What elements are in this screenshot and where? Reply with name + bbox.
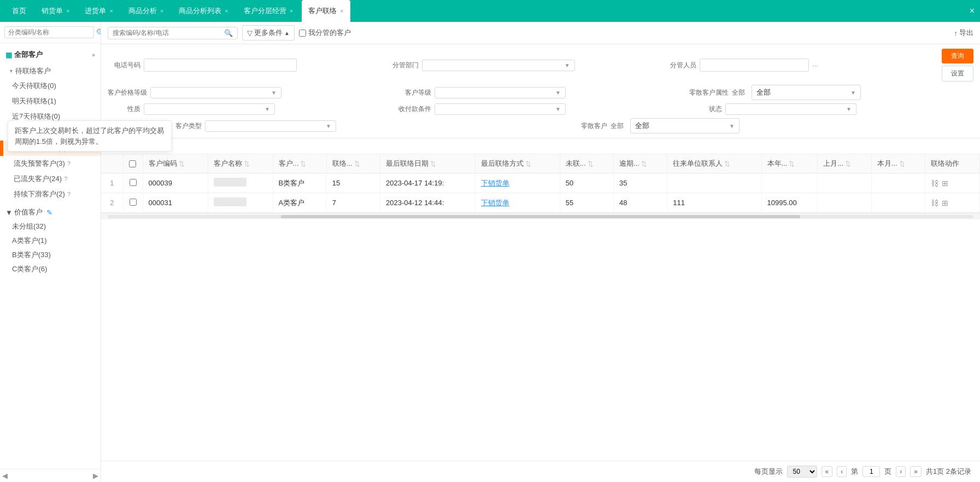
- nav-close-product[interactable]: ×: [160, 8, 163, 14]
- filter-nature: 性质 ▼: [108, 103, 392, 115]
- header-checkbox[interactable]: [129, 160, 136, 167]
- th-contact[interactable]: 联络...⇅: [326, 154, 380, 173]
- more-conditions-btn[interactable]: ▽ 更多条件 ▲: [242, 25, 295, 40]
- retail-customer-select[interactable]: 全部 ▼: [630, 118, 740, 133]
- row-actions: ⛓ ⊞: [925, 173, 980, 193]
- all-customers-header[interactable]: ▦ 全部客户 »: [0, 47, 101, 63]
- th-partner-contacts[interactable]: 往来单位联系人⇅: [667, 154, 761, 173]
- last-page-btn[interactable]: »: [910, 466, 922, 477]
- nav-close-layer[interactable]: ×: [290, 8, 293, 14]
- lost-warning[interactable]: 流失预警客户(3) ?: [0, 156, 101, 171]
- manager-input[interactable]: [700, 59, 809, 72]
- nav-purchase-order[interactable]: 进货单 ×: [78, 0, 119, 22]
- value-b-class[interactable]: B类客户(33): [0, 248, 101, 262]
- sidebar-search-input[interactable]: [4, 26, 94, 38]
- status-select[interactable]: ▼: [725, 103, 856, 115]
- already-lost-info-icon[interactable]: ?: [64, 176, 67, 182]
- decreasing-info-icon[interactable]: ?: [67, 191, 71, 198]
- sort-icon4: ⇅: [354, 160, 360, 168]
- filter-price-grade: 客户价格等级 ▼: [108, 87, 392, 98]
- bottom-scrollbar[interactable]: [101, 213, 980, 219]
- scrollbar-thumb[interactable]: [281, 215, 800, 218]
- nav-product-list[interactable]: 商品分析列表 ×: [172, 0, 234, 22]
- nature-select[interactable]: ▼: [144, 103, 275, 115]
- pending-today[interactable]: 今天待联络(0): [0, 78, 101, 94]
- th-customer-name[interactable]: 客户名称⇅: [208, 154, 273, 173]
- phone-input[interactable]: [144, 59, 297, 72]
- lost-warning-info-icon[interactable]: ?: [67, 160, 71, 167]
- pending-group-header[interactable]: ▼ 待联络客户: [0, 64, 101, 78]
- prev-page-btn[interactable]: ‹: [837, 466, 847, 477]
- th-last-month[interactable]: 上月...⇅: [818, 154, 871, 173]
- th-unreached[interactable]: 未联...⇅: [560, 154, 613, 173]
- price-grade-select[interactable]: ▼: [150, 87, 281, 98]
- nav-close-contact[interactable]: ×: [340, 8, 343, 14]
- decreasing-customers[interactable]: 持续下滑客户(2) ?: [0, 187, 101, 202]
- nav-home[interactable]: 首页: [5, 0, 33, 22]
- filter-icon: ▽: [247, 29, 253, 37]
- customer-type-select[interactable]: ▼: [205, 120, 336, 132]
- page-input[interactable]: [862, 466, 880, 477]
- sidebar-scroll-left[interactable]: ◀: [2, 472, 8, 480]
- pending-tomorrow[interactable]: 明天待联络(1): [0, 94, 101, 109]
- retail-attr-select[interactable]: 全部 ▼: [752, 85, 861, 100]
- triangle-down-icon: ▼: [9, 68, 14, 74]
- sidebar-scroll-right[interactable]: ▶: [93, 472, 98, 480]
- row-last-contact-date: 2023-04-12 14:44:: [380, 193, 476, 213]
- value-edit-icon[interactable]: ✎: [46, 208, 52, 217]
- th-overdue[interactable]: 逾期...⇅: [613, 154, 667, 173]
- my-customers-check[interactable]: [299, 30, 306, 37]
- row-checkbox[interactable]: [130, 179, 137, 186]
- row-last-contact-method[interactable]: 下销货单: [476, 173, 560, 193]
- dept-select[interactable]: ▼: [422, 60, 575, 71]
- value-c-class[interactable]: C类客户(6): [0, 262, 101, 276]
- table-header-row: 客户编码⇅ 客户名称⇅ 客户...⇅ 联络...⇅ 最后联络日期⇅ 最后联络方式…: [101, 154, 980, 173]
- action-grid-icon[interactable]: ⊞: [942, 199, 948, 207]
- th-this-year[interactable]: 本年...⇅: [761, 154, 818, 173]
- manager-dots[interactable]: ···: [812, 61, 818, 69]
- th-customer-type[interactable]: 客户...⇅: [273, 154, 326, 173]
- value-group-header[interactable]: ▼ 价值客户 ✎: [0, 205, 101, 219]
- window-close-icon[interactable]: ×: [970, 6, 975, 16]
- nav-close-sales[interactable]: ×: [66, 8, 69, 14]
- action-link-icon[interactable]: ⛓: [931, 199, 938, 207]
- sidebar: 🔍 ▦ 全部客户 » ▼ 待联络客户 今天待联络(0) 明天待联络(1): [0, 22, 101, 482]
- sidebar-collapse-icon[interactable]: »: [92, 51, 95, 58]
- th-last-contact-date[interactable]: 最后联络日期⇅: [380, 154, 476, 173]
- nav-close-list[interactable]: ×: [225, 8, 228, 14]
- export-btn[interactable]: ↑ 导出: [954, 28, 974, 38]
- next-page-btn[interactable]: ›: [896, 466, 906, 477]
- search-icon[interactable]: 🔍: [224, 29, 233, 37]
- payment-select[interactable]: ▼: [435, 103, 566, 115]
- nav-customer-contact[interactable]: 客户联络 ×: [302, 0, 350, 22]
- main-search-input[interactable]: [113, 29, 222, 37]
- th-customer-code[interactable]: 客户编码⇅: [143, 154, 208, 173]
- value-ungrouped[interactable]: 未分组(32): [0, 219, 101, 234]
- th-last-contact-method[interactable]: 最后联络方式⇅: [476, 154, 560, 173]
- nav-customer-layer[interactable]: 客户分层经营 ×: [237, 0, 300, 22]
- already-lost[interactable]: 已流失客户(24) ?: [0, 171, 101, 187]
- th-this-month[interactable]: 本月...⇅: [871, 154, 925, 173]
- table-row: 2 000031 A类客户 7 2023-04-12 14:44: 下销货单 5…: [101, 193, 980, 213]
- query-btn[interactable]: 查询: [942, 49, 973, 63]
- phone-label: 电话号码: [108, 61, 140, 70]
- first-page-btn[interactable]: «: [821, 466, 833, 477]
- row-checkbox[interactable]: [130, 199, 137, 206]
- customer-grade-select[interactable]: ▼: [435, 87, 566, 98]
- action-grid-icon[interactable]: ⊞: [942, 179, 948, 188]
- filter-phone: 电话号码: [108, 59, 379, 72]
- sidebar-search-icon[interactable]: 🔍: [96, 28, 101, 37]
- status-label: 状态: [689, 104, 722, 114]
- row-last-contact-date: 2023-04-17 14:19:: [380, 173, 476, 193]
- nav-close-purchase[interactable]: ×: [109, 8, 113, 14]
- value-a-class[interactable]: A类客户(1): [0, 234, 101, 248]
- row-partner-contacts: [667, 173, 761, 193]
- page-size-select[interactable]: 50 100: [787, 466, 817, 478]
- my-customers-checkbox[interactable]: 我分管的客户: [299, 28, 351, 38]
- row-last-contact-method[interactable]: 下销货单: [476, 193, 560, 213]
- action-link-icon[interactable]: ⛓: [931, 179, 938, 188]
- settings-btn[interactable]: 设置: [942, 66, 973, 82]
- row-customer-type: A类客户: [273, 193, 326, 213]
- nav-sales-order[interactable]: 销货单 ×: [35, 0, 76, 22]
- nav-product-analysis[interactable]: 商品分析 ×: [122, 0, 170, 22]
